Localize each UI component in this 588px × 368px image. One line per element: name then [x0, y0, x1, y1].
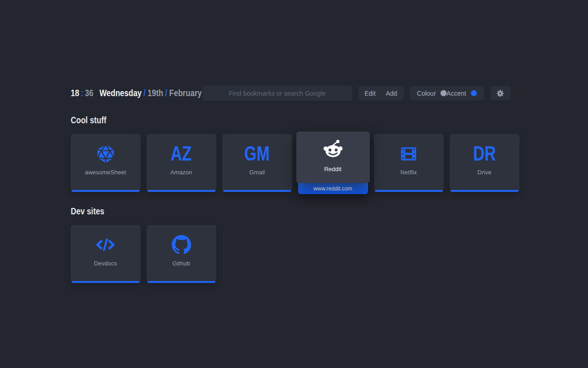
- accent-swatch[interactable]: [471, 90, 477, 96]
- bookmark-card-amazon[interactable]: AZ Amazon: [147, 134, 216, 191]
- section-title: Cool stuff: [71, 113, 518, 124]
- bookmark-initials: GM: [241, 142, 273, 165]
- clock-hours: 18: [71, 88, 79, 98]
- edit-add-group: Edit Add: [358, 86, 404, 100]
- bookmark-card-devdocs[interactable]: Devdocs: [71, 225, 141, 282]
- colour-label: Colour: [417, 90, 436, 97]
- bookmark-initials: DR: [470, 142, 499, 165]
- date-slash: /: [143, 88, 146, 98]
- settings-button[interactable]: [490, 86, 511, 100]
- film-icon: [400, 142, 417, 165]
- date-day: 19th: [147, 88, 163, 98]
- clock: 18:36: [71, 88, 93, 98]
- clock-minutes: 36: [85, 88, 93, 98]
- bookmark-card-reddit[interactable]: Reddit: [296, 132, 370, 183]
- bookmark-label: Gmail: [249, 169, 265, 176]
- new-tab-dashboard: 18:36Wednesday/19th/February Edit Add Co…: [71, 0, 518, 282]
- bookmark-label: Devdocs: [94, 260, 117, 267]
- edit-button[interactable]: Edit: [360, 86, 381, 100]
- clock-separator: :: [80, 88, 83, 98]
- date-weekday: Wednesday: [99, 88, 141, 98]
- date: Wednesday/19th/February: [99, 88, 202, 98]
- bookmark-card-github[interactable]: Github: [147, 225, 216, 282]
- add-button[interactable]: Add: [381, 86, 402, 100]
- date-month: February: [169, 88, 202, 98]
- bookmark-card-netflix[interactable]: Netflix: [374, 134, 444, 191]
- bookmark-label: Amazon: [170, 169, 192, 176]
- bookmark-card-gmail[interactable]: GM Gmail: [222, 134, 292, 191]
- section-cool-stuff: Cool stuff awesomeSheet AZ: [71, 113, 518, 191]
- topbar: 18:36Wednesday/19th/February Edit Add Co…: [71, 86, 518, 100]
- dice-d20-icon: [95, 142, 116, 165]
- theme-controls-group: Colour Accent: [410, 86, 484, 100]
- search-input[interactable]: [203, 86, 352, 101]
- bookmark-label: Netflix: [400, 169, 417, 176]
- bookmark-url-tooltip: www.reddit.com: [298, 183, 368, 194]
- accent-label: Accent: [447, 90, 466, 97]
- code-icon: [96, 233, 115, 256]
- section-dev-sites: Dev sites Devdocs: [71, 204, 518, 282]
- bookmark-grid: Devdocs Github: [71, 225, 518, 282]
- bookmark-initials: AZ: [168, 142, 195, 165]
- bookmark-grid: awesomeSheet AZ Amazon GM Gmail: [71, 134, 518, 191]
- bookmark-card-awesomesheet[interactable]: awesomeSheet: [71, 134, 141, 191]
- bookmark-card-drive[interactable]: DR Drive: [450, 134, 520, 191]
- date-slash: /: [165, 88, 167, 98]
- bookmark-label: Reddit: [324, 166, 342, 172]
- gear-icon: [496, 89, 505, 98]
- clock-date-block: 18:36Wednesday/19th/February: [71, 88, 197, 98]
- bookmark-label: awesomeSheet: [85, 169, 126, 176]
- section-title: Dev sites: [71, 204, 518, 215]
- github-icon: [172, 233, 191, 256]
- reddit-alien-icon: [321, 138, 345, 161]
- bookmark-label: Github: [172, 260, 190, 267]
- bookmark-cell-reddit: Reddit www.reddit.com: [298, 134, 368, 191]
- bookmark-label: Drive: [477, 169, 491, 176]
- colour-swatch[interactable]: [441, 90, 447, 96]
